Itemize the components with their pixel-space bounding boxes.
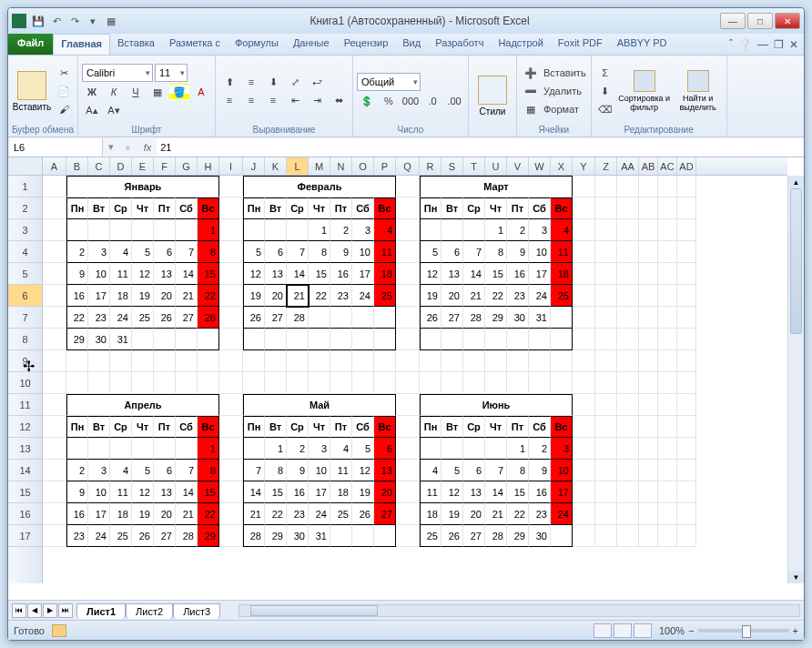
- cell[interactable]: 27: [176, 307, 198, 329]
- cell[interactable]: [219, 503, 243, 525]
- cell[interactable]: 16: [507, 263, 529, 285]
- cell[interactable]: [243, 350, 265, 372]
- cell[interactable]: [595, 197, 617, 219]
- cell[interactable]: [420, 329, 442, 350]
- cell[interactable]: 14: [485, 481, 507, 503]
- cell[interactable]: [595, 438, 617, 460]
- col-header-W[interactable]: W: [529, 157, 551, 175]
- cell[interactable]: [573, 285, 595, 307]
- col-header-AB[interactable]: AB: [639, 157, 658, 175]
- font-name-combo[interactable]: Calibri: [82, 64, 153, 82]
- cell[interactable]: [595, 241, 617, 263]
- cell[interactable]: Чт: [485, 197, 507, 219]
- cell[interactable]: [677, 503, 696, 525]
- cell[interactable]: 8: [485, 241, 507, 263]
- percent-icon[interactable]: %: [379, 93, 399, 109]
- cell[interactable]: [595, 503, 617, 525]
- cell[interactable]: [219, 481, 243, 503]
- styles-button[interactable]: Стили: [472, 66, 513, 127]
- cell[interactable]: [595, 263, 617, 285]
- cell[interactable]: 21: [176, 503, 198, 525]
- col-header-O[interactable]: O: [352, 157, 374, 175]
- row-headers[interactable]: 1234567891011121314151617: [8, 176, 43, 583]
- cell[interactable]: [595, 372, 617, 394]
- format-painter-icon[interactable]: 🖌: [54, 101, 74, 117]
- cell[interactable]: 7: [243, 460, 265, 481]
- cell[interactable]: 19: [243, 285, 265, 307]
- col-header-T[interactable]: T: [463, 157, 485, 175]
- cell[interactable]: 4: [110, 460, 132, 481]
- cell[interactable]: 25: [110, 525, 132, 547]
- cell[interactable]: [463, 438, 485, 460]
- row-header-14[interactable]: 14: [8, 460, 42, 481]
- sheet-nav-prev-icon[interactable]: ◀: [27, 603, 42, 618]
- cell[interactable]: Вт: [88, 416, 110, 438]
- cell[interactable]: [595, 394, 617, 416]
- cell[interactable]: [595, 460, 617, 481]
- cell[interactable]: 14: [287, 263, 309, 285]
- cell[interactable]: [639, 263, 658, 285]
- cell[interactable]: 22: [66, 307, 88, 329]
- cell[interactable]: [658, 307, 677, 329]
- cell[interactable]: 22: [507, 503, 529, 525]
- cell[interactable]: [110, 372, 132, 394]
- cell[interactable]: [132, 219, 154, 241]
- cell[interactable]: [639, 350, 658, 372]
- cell[interactable]: 19: [442, 503, 463, 525]
- maximize-button[interactable]: □: [747, 13, 773, 29]
- cell[interactable]: 13: [265, 263, 287, 285]
- cell[interactable]: 20: [374, 481, 396, 503]
- cell[interactable]: Вс: [374, 416, 396, 438]
- cell[interactable]: 28: [463, 307, 485, 329]
- fill-icon[interactable]: ⬇: [595, 83, 615, 99]
- cell[interactable]: Пт: [507, 416, 529, 438]
- cell[interactable]: 27: [442, 307, 463, 329]
- cell[interactable]: Пт: [330, 197, 352, 219]
- cell[interactable]: [595, 176, 617, 197]
- cell[interactable]: 7: [463, 241, 485, 263]
- close-button[interactable]: ✕: [775, 13, 800, 29]
- cell[interactable]: 9: [507, 241, 529, 263]
- cell[interactable]: 26: [352, 503, 374, 525]
- cell[interactable]: [639, 416, 658, 438]
- cell[interactable]: [396, 285, 420, 307]
- cell[interactable]: [595, 525, 617, 547]
- cell[interactable]: [396, 329, 420, 350]
- cell[interactable]: Чт: [309, 197, 330, 219]
- cell[interactable]: [110, 438, 132, 460]
- cell[interactable]: [396, 263, 420, 285]
- cell[interactable]: [551, 329, 573, 350]
- cell[interactable]: 29: [485, 307, 507, 329]
- cell[interactable]: [573, 416, 595, 438]
- cell[interactable]: 8: [309, 241, 330, 263]
- cell[interactable]: 30: [88, 329, 110, 350]
- cell[interactable]: [617, 350, 639, 372]
- cell[interactable]: Сб: [352, 197, 374, 219]
- cell[interactable]: Пт: [154, 416, 176, 438]
- cell[interactable]: [658, 503, 677, 525]
- ribbon-tab-3[interactable]: Формулы: [228, 34, 286, 55]
- cell[interactable]: [658, 525, 677, 547]
- col-header-Z[interactable]: Z: [595, 157, 617, 175]
- merge-button[interactable]: ⬌: [329, 92, 349, 108]
- cell[interactable]: [420, 219, 442, 241]
- cell[interactable]: [573, 525, 595, 547]
- sheet-tab-1[interactable]: Лист2: [126, 603, 173, 619]
- sheet-tab-0[interactable]: Лист1: [76, 603, 126, 619]
- cell[interactable]: [219, 460, 243, 481]
- ribbon-tab-5[interactable]: Рецензир: [337, 34, 396, 55]
- cell[interactable]: 13: [154, 263, 176, 285]
- cell[interactable]: 21: [243, 503, 265, 525]
- cell[interactable]: 18: [420, 503, 442, 525]
- cell[interactable]: 27: [154, 525, 176, 547]
- sheet-nav-next-icon[interactable]: ▶: [43, 603, 57, 618]
- cell[interactable]: [43, 372, 66, 394]
- cell[interactable]: 6: [154, 460, 176, 481]
- cell[interactable]: [573, 241, 595, 263]
- cell[interactable]: [243, 438, 265, 460]
- cell[interactable]: [219, 285, 243, 307]
- cell[interactable]: 25: [420, 525, 442, 547]
- cell[interactable]: Пн: [66, 197, 88, 219]
- cell[interactable]: 7: [287, 241, 309, 263]
- cell[interactable]: 24: [352, 285, 374, 307]
